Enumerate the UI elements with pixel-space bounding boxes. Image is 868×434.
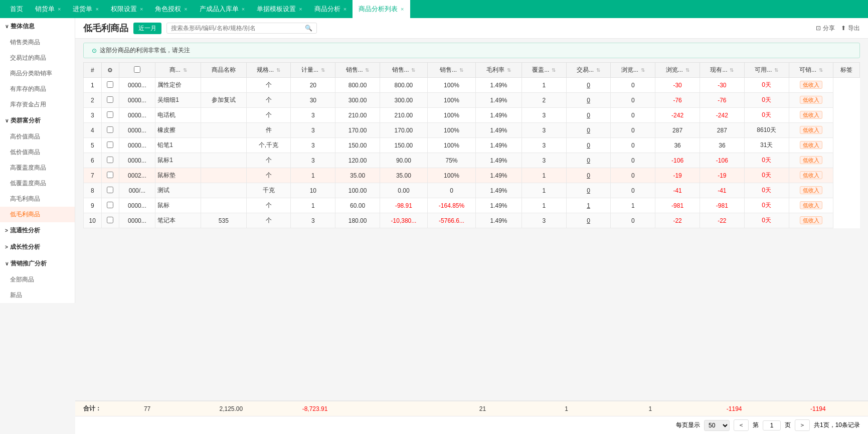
sort-icon[interactable]: ⇅ — [319, 67, 325, 73]
sidebar-item-有库存的商品[interactable]: 有库存的商品 — [0, 81, 75, 97]
cell-view1[interactable]: 0 — [566, 123, 611, 138]
row-checkbox[interactable] — [107, 111, 113, 118]
sort-icon[interactable]: ⇅ — [639, 67, 645, 73]
cell-checkbox[interactable] — [101, 183, 119, 198]
next-page-button[interactable]: ＞ — [795, 419, 810, 431]
sort-icon[interactable]: ⇅ — [595, 67, 600, 73]
sort-icon[interactable]: ⇅ — [684, 67, 689, 73]
sidebar-item-商品分类助销率[interactable]: 商品分类助销率 — [0, 66, 75, 81]
row-checkbox[interactable] — [107, 141, 113, 148]
sidebar-group-营销推广分析[interactable]: ∨营销推广分析 — [0, 255, 75, 272]
row-checkbox[interactable] — [107, 96, 113, 103]
cell-checkbox[interactable] — [101, 138, 119, 153]
sidebar-item-交易过的商品[interactable]: 交易过的商品 — [0, 50, 75, 66]
sidebar-item-库存资金占用[interactable]: 库存资金占用 — [0, 97, 75, 112]
sidebar-group-流通性分析[interactable]: >流通性分析 — [0, 222, 75, 239]
nav-item-销货单[interactable]: 销货单× — [29, 0, 67, 18]
close-icon[interactable]: × — [242, 6, 245, 12]
sidebar-item-低价值商品[interactable]: 低价值商品 — [0, 144, 75, 160]
col-header-checkbox[interactable] — [119, 63, 155, 78]
per-page-select[interactable]: 2050100 — [704, 420, 730, 431]
close-icon[interactable]: × — [299, 6, 302, 12]
sidebar-item-销售类商品[interactable]: 销售类商品 — [0, 35, 75, 50]
sidebar-item-全部商品[interactable]: 全部商品 — [0, 272, 75, 287]
sort-icon[interactable]: ⇅ — [550, 67, 556, 73]
sort-icon[interactable]: ⇅ — [410, 67, 416, 73]
cell-view1[interactable]: 0 — [566, 153, 611, 168]
close-icon[interactable]: × — [401, 6, 404, 12]
view1-link[interactable]: 0 — [587, 187, 590, 194]
sort-icon[interactable]: ⇅ — [505, 67, 511, 73]
view1-link[interactable]: 1 — [587, 202, 590, 209]
sidebar-item-高价值商品[interactable]: 高价值商品 — [0, 129, 75, 144]
view1-link[interactable]: 0 — [587, 97, 590, 104]
cell-checkbox[interactable] — [101, 168, 119, 183]
sort-icon[interactable]: ⇅ — [729, 67, 734, 73]
search-icon[interactable]: 🔍 — [305, 25, 312, 32]
close-icon[interactable]: × — [140, 6, 143, 12]
nav-item-产成品入库单[interactable]: 产成品入库单× — [194, 0, 251, 18]
row-checkbox[interactable] — [107, 202, 113, 208]
row-checkbox[interactable] — [107, 187, 113, 193]
cell-view1[interactable]: 0 — [566, 93, 611, 108]
nav-item-单据模板设置[interactable]: 单据模板设置× — [251, 0, 308, 18]
cell-view1[interactable]: 0 — [566, 213, 611, 228]
nav-item-首页[interactable]: 首页 — [4, 0, 29, 18]
share-button[interactable]: ⊡ 分享 — [816, 24, 835, 33]
cell-view1[interactable]: 0 — [566, 168, 611, 183]
date-filter-button[interactable]: 近一月 — [133, 23, 161, 34]
nav-item-角色授权[interactable]: 角色授权× — [149, 0, 193, 18]
sidebar-item-低毛利商品[interactable]: 低毛利商品 — [0, 207, 75, 222]
cell-view1[interactable]: 0 — [566, 108, 611, 123]
sort-icon[interactable]: ⇅ — [458, 67, 463, 73]
col-header-settings[interactable]: ⚙ — [101, 63, 119, 78]
sort-icon[interactable]: ⇅ — [364, 67, 370, 73]
nav-item-进货单[interactable]: 进货单× — [67, 0, 104, 18]
view1-link[interactable]: 0 — [587, 142, 590, 149]
close-icon[interactable]: × — [343, 6, 346, 12]
view1-link[interactable]: 0 — [587, 82, 590, 89]
row-checkbox[interactable] — [107, 157, 113, 163]
close-icon[interactable]: × — [184, 6, 187, 12]
prev-page-button[interactable]: ＜ — [734, 419, 749, 431]
row-checkbox[interactable] — [107, 172, 113, 178]
row-checkbox[interactable] — [107, 217, 113, 223]
sidebar-item-新品[interactable]: 新品 — [0, 287, 75, 303]
sidebar-item-高毛利商品[interactable]: 高毛利商品 — [0, 191, 75, 207]
sidebar-item-高覆盖度商品[interactable]: 高覆盖度商品 — [0, 160, 75, 176]
cell-checkbox[interactable] — [101, 198, 119, 213]
view1-link[interactable]: 0 — [587, 112, 590, 119]
view1-link[interactable]: 0 — [587, 157, 590, 164]
cell-view1[interactable]: 0 — [566, 138, 611, 153]
cell-checkbox[interactable] — [101, 93, 119, 108]
page-input[interactable] — [763, 420, 781, 430]
cell-view1[interactable]: 1 — [566, 198, 611, 213]
cell-checkbox[interactable] — [101, 108, 119, 123]
sort-icon[interactable]: ⇅ — [182, 67, 187, 73]
view1-link[interactable]: 0 — [587, 127, 590, 134]
row-checkbox[interactable] — [107, 126, 113, 133]
cell-checkbox[interactable] — [101, 213, 119, 228]
nav-item-商品分析[interactable]: 商品分析× — [308, 0, 353, 18]
view1-link[interactable]: 0 — [587, 217, 590, 224]
cell-checkbox[interactable] — [101, 78, 119, 93]
sidebar-group-成长性分析[interactable]: >成长性分析 — [0, 239, 75, 255]
close-icon[interactable]: × — [58, 6, 61, 12]
sidebar-group-类群富分析[interactable]: ∨类群富分析 — [0, 112, 75, 129]
cell-view1[interactable]: 0 — [566, 183, 611, 198]
sort-icon[interactable]: ⇅ — [817, 67, 823, 73]
view1-link[interactable]: 0 — [587, 172, 590, 179]
nav-item-权限设置[interactable]: 权限设置× — [105, 0, 149, 18]
sidebar-item-低覆盖度商品[interactable]: 低覆盖度商品 — [0, 176, 75, 191]
export-button[interactable]: ⬆ 导出 — [841, 24, 860, 33]
search-input[interactable] — [171, 25, 305, 32]
sort-icon[interactable]: ⇅ — [773, 67, 778, 73]
cell-checkbox[interactable] — [101, 123, 119, 138]
select-all-checkbox[interactable] — [134, 66, 140, 73]
cell-checkbox[interactable] — [101, 153, 119, 168]
sort-icon[interactable]: ⇅ — [275, 67, 280, 73]
close-icon[interactable]: × — [95, 6, 98, 12]
nav-item-商品分析列表[interactable]: 商品分析列表× — [353, 0, 410, 18]
row-checkbox[interactable] — [107, 81, 113, 88]
sidebar-group-整体信息[interactable]: ∨整体信息 — [0, 18, 75, 35]
